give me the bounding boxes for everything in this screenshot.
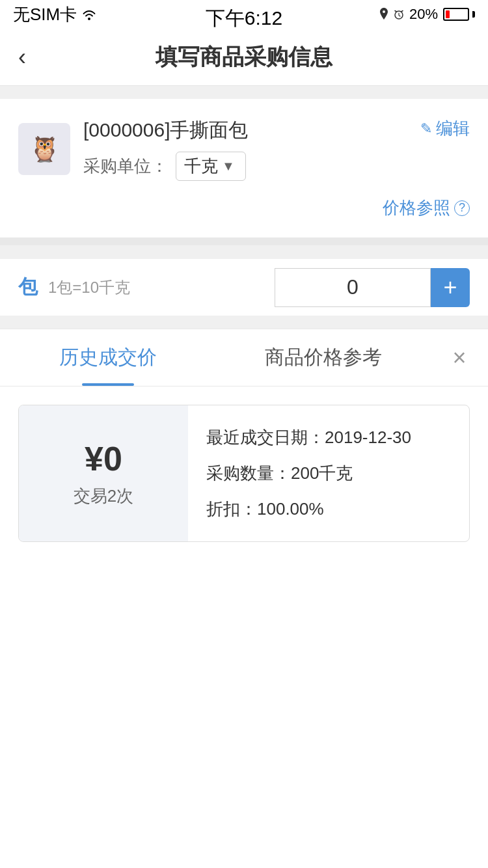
price-ref-link[interactable]: 价格参照 ? (383, 197, 470, 219)
status-bar: 无SIM卡 下午6:12 20% (0, 0, 488, 29)
price-value: 0 (103, 440, 122, 478)
alarm-icon (394, 5, 404, 23)
product-thumbnail: 🦉 (18, 123, 70, 175)
edit-link[interactable]: ✎ 编辑 (420, 117, 470, 140)
product-logo-icon: 🦉 (29, 135, 60, 163)
product-left: 🦉 [0000006]手撕面包 采购单位： 千克 ▼ (18, 117, 248, 181)
history-right: 最近成交日期：2019-12-30 采购数量：200千克 折扣：100.00% (188, 405, 469, 541)
chevron-down-icon: ▼ (222, 159, 235, 174)
detail-qty-value: 200千克 (291, 463, 353, 483)
quantity-unit-icon: 包 (18, 274, 38, 301)
product-card: 🦉 [0000006]手撕面包 采购单位： 千克 ▼ ✎ 编辑 价格参照 ? (0, 99, 488, 237)
tab-price-ref-label: 商品价格参考 (265, 344, 382, 371)
status-left: 无SIM卡 (13, 3, 96, 26)
product-footer: 价格参照 ? (18, 197, 470, 219)
detail-discount-value: 100.00% (257, 499, 324, 519)
close-icon: × (452, 344, 466, 372)
detail-qty-label: 采购数量： (206, 463, 291, 483)
quantity-controls: 0 + (275, 268, 470, 307)
detail-qty-row: 采购数量：200千克 (206, 461, 451, 486)
unit-select[interactable]: 千克 ▼ (176, 152, 246, 181)
wifi-icon (82, 5, 96, 25)
tab-product-price-ref[interactable]: 商品价格参考 (215, 329, 431, 386)
back-button[interactable]: ‹ (18, 44, 26, 71)
price-ref-label: 价格参照 (383, 197, 450, 219)
quantity-label-group: 包 1包=10千克 (18, 274, 130, 301)
history-card: ¥0 交易2次 最近成交日期：2019-12-30 采购数量：200千克 折扣：… (18, 405, 470, 542)
detail-date-row: 最近成交日期：2019-12-30 (206, 425, 451, 450)
quantity-plus-button[interactable]: + (431, 268, 470, 307)
quantity-input[interactable]: 0 (275, 268, 431, 307)
quantity-unit-note: 1包=10千克 (48, 277, 130, 298)
detail-discount-row: 折扣：100.00% (206, 496, 451, 522)
battery-percent: 20% (409, 6, 438, 23)
product-name: [0000006]手撕面包 (83, 117, 248, 144)
tab-underline (82, 383, 134, 386)
tab-history-label: 历史成交价 (59, 344, 157, 371)
page-title: 填写商品采购信息 (156, 42, 332, 72)
trade-count: 交易2次 (74, 485, 133, 508)
status-right: 20% (379, 5, 475, 23)
edit-icon: ✎ (420, 120, 432, 137)
tabs-container: 历史成交价 商品价格参考 × ¥0 交易2次 最近成交日期：2019-12-30… (0, 329, 488, 868)
tab-history-price[interactable]: 历史成交价 (0, 329, 215, 386)
bottom-area (0, 560, 488, 868)
tabs-header: 历史成交价 商品价格参考 × (0, 329, 488, 387)
quantity-value: 0 (347, 275, 359, 299)
quantity-row: 包 1包=10千克 0 + (0, 258, 488, 316)
currency-symbol: ¥ (85, 440, 103, 478)
product-info: [0000006]手撕面包 采购单位： 千克 ▼ (83, 117, 248, 181)
close-button[interactable]: × (431, 329, 488, 387)
status-time: 下午6:12 (206, 5, 282, 32)
nav-bar: ‹ 填写商品采购信息 (0, 29, 488, 86)
detail-date-value: 2019-12-30 (325, 427, 411, 447)
detail-date-label: 最近成交日期： (206, 427, 325, 447)
unit-label: 采购单位： (83, 155, 168, 178)
divider (0, 237, 488, 245)
product-unit-row: 采购单位： 千克 ▼ (83, 152, 248, 181)
edit-label: 编辑 (436, 117, 470, 140)
history-left: ¥0 交易2次 (19, 405, 188, 541)
plus-icon: + (443, 274, 457, 301)
carrier-label: 无SIM卡 (13, 3, 77, 26)
help-icon: ? (454, 200, 470, 216)
history-price: ¥0 (85, 439, 122, 478)
product-header: 🦉 [0000006]手撕面包 采购单位： 千克 ▼ ✎ 编辑 (18, 117, 470, 181)
location-icon (379, 5, 388, 23)
battery-icon (443, 8, 475, 21)
detail-discount-label: 折扣： (206, 499, 257, 519)
unit-value: 千克 (184, 155, 218, 178)
